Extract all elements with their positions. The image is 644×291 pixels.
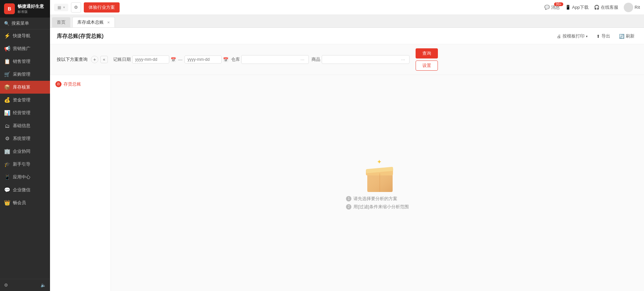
filter-label: 按以下方案查询 <box>57 56 88 63</box>
tab-inventory-ledger[interactable]: 库存成本总账 ✕ <box>72 17 115 27</box>
main-area: ▦ ▾ ⚙ 体验行业方案 💬 消息 99+ 📱 App下载 🎧 在线客服 Ri <box>50 0 644 291</box>
empty-tip-row-1: 1 请先选择要分析的方案 <box>346 196 408 202</box>
sidebar-item-label: 库存核算 <box>13 84 30 90</box>
sidebar-item-newbie[interactable]: 🎓 新手引导 <box>0 158 50 171</box>
tab-bar: 首页 库存成本总账 ✕ <box>50 15 644 28</box>
user-name: Rit <box>635 5 640 10</box>
sidebar-logo: B 畅捷通好生意 标准版 <box>0 0 50 18</box>
sidebar-item-vip[interactable]: 👑 畅会员 <box>0 196 50 209</box>
sidebar-item-purchase[interactable]: 🛒 采购管理 <box>0 68 50 81</box>
refresh-button[interactable]: 🔄 刷新 <box>616 32 637 41</box>
query-button[interactable]: 查询 <box>416 48 438 58</box>
inventory-icon: 📦 <box>4 84 10 90</box>
tab-inventory-ledger-label: 库存成本总账 <box>77 19 104 25</box>
breadcrumb[interactable]: ▦ ▾ <box>54 4 68 11</box>
svg-text:✦: ✦ <box>376 159 381 165</box>
export-label: 导出 <box>601 33 610 39</box>
date-label: 记账日期 <box>113 56 131 63</box>
date-start-input[interactable] <box>132 55 169 64</box>
empty-illustration: ✦ <box>361 156 394 190</box>
scheme-item-inventory-ledger[interactable]: 存 存货总账 <box>50 78 110 90</box>
app-download-label: App下载 <box>572 4 589 10</box>
sidebar-item-label: 应用中心 <box>13 174 30 180</box>
page-title: 库存总账(存货总账) <box>57 33 104 40</box>
topbar-settings-button[interactable]: ⚙ <box>71 2 81 13</box>
topbar: ▦ ▾ ⚙ 体验行业方案 💬 消息 99+ 📱 App下载 🎧 在线客服 Ri <box>50 0 644 15</box>
sidebar-item-label: 销售管理 <box>13 58 30 65</box>
print-dropdown-icon: ▾ <box>586 34 588 38</box>
empty-state: ✦ 1 <box>346 156 408 210</box>
sidebar-item-label: 采购管理 <box>13 71 30 77</box>
sidebar-item-system[interactable]: ⚙ 系统管理 <box>0 132 50 145</box>
basic-icon: 🗂 <box>4 123 10 129</box>
right-content: ✦ 1 <box>111 75 644 291</box>
filter-row: 记账日期 📅 — 📅 仓库 ··· <box>113 48 637 71</box>
search-icon: 🔍 <box>4 21 9 26</box>
sidebar-item-label: 企业微信 <box>13 187 30 193</box>
calendar-end-icon[interactable]: 📅 <box>223 57 228 62</box>
print-template-button[interactable]: 🖨 按模板打印 ▾ <box>554 32 590 41</box>
sidebar-item-wechat[interactable]: 💬 企业微信 <box>0 184 50 196</box>
sidebar-item-enterprise[interactable]: 🏢 企业协同 <box>0 145 50 158</box>
empty-tip-row-2: 2 用[过滤]条件来缩小分析范围 <box>346 204 408 210</box>
message-button[interactable]: 💬 消息 99+ <box>544 4 560 10</box>
operation-icon: 📊 <box>4 110 10 116</box>
tip-text-1: 请先选择要分析的方案 <box>353 196 397 202</box>
sidebar-item-marketing[interactable]: 📢 营销推广 <box>0 42 50 55</box>
avatar <box>624 3 633 12</box>
finance-icon: 💰 <box>4 97 10 103</box>
sidebar-item-label: 营销推广 <box>13 46 30 52</box>
online-service-button[interactable]: 🎧 在线客服 <box>594 4 618 10</box>
filter-collapse-button[interactable]: « <box>100 56 108 63</box>
goods-label: 商品 <box>312 56 320 63</box>
sidebar-item-label: 经营管理 <box>13 110 30 116</box>
logo-main-text: 畅捷通好生意 <box>18 3 44 9</box>
logo-text: 畅捷通好生意 标准版 <box>18 3 44 14</box>
tip-number-2: 2 <box>346 204 351 210</box>
sidebar-item-finance[interactable]: 💰 资金管理 <box>0 94 50 106</box>
tab-close-button[interactable]: ✕ <box>107 21 110 24</box>
sidebar-settings-icon[interactable]: ⚙ <box>4 283 8 288</box>
export-icon: ⬆ <box>596 34 600 39</box>
goods-filter-field: 商品 ··· <box>312 55 410 64</box>
sidebar-item-label: 基础信息 <box>13 123 30 129</box>
breadcrumb-text: ▦ <box>57 5 61 10</box>
calendar-start-icon[interactable]: 📅 <box>171 57 176 62</box>
app-center-icon: 📱 <box>4 174 10 180</box>
sidebar-audio-icon[interactable]: 🔈 <box>41 283 46 288</box>
export-button[interactable]: ⬆ 导出 <box>594 32 613 41</box>
sidebar-item-label: 快捷导航 <box>13 33 30 39</box>
goods-input[interactable]: ··· <box>322 55 410 64</box>
sidebar-item-basic[interactable]: 🗂 基础信息 <box>0 119 50 132</box>
warehouse-input[interactable]: ··· <box>241 55 309 64</box>
scheme-item-label: 存货总账 <box>64 81 81 87</box>
sidebar-search[interactable]: 🔍 搜索菜单 <box>0 18 50 29</box>
user-area[interactable]: Rit <box>624 3 640 12</box>
newbie-icon: 🎓 <box>4 161 10 167</box>
scheme-icon: 存 <box>55 81 61 87</box>
app-download-button[interactable]: 📱 App下载 <box>565 4 589 10</box>
tab-home[interactable]: 首页 <box>52 17 70 27</box>
sidebar-item-inventory[interactable]: 📦 库存核算 <box>0 81 50 94</box>
sidebar-item-operation[interactable]: 📊 经营管理 <box>0 106 50 119</box>
empty-svg: ✦ <box>361 156 401 194</box>
date-range-input: 📅 — 📅 <box>132 55 228 64</box>
warehouse-filter-field: 仓库 ··· <box>231 55 309 64</box>
sidebar-item-sales[interactable]: 📋 销售管理 <box>0 55 50 68</box>
sidebar-item-label: 新手引导 <box>13 161 30 167</box>
industry-solution-button[interactable]: 体验行业方案 <box>84 2 120 13</box>
filter-add-button[interactable]: + <box>91 56 98 63</box>
panel-container: 存 存货总账 <box>50 75 644 291</box>
page-actions: 🖨 按模板打印 ▾ ⬆ 导出 🔄 刷新 <box>554 32 637 41</box>
warehouse-more-icon[interactable]: ··· <box>299 57 306 62</box>
breadcrumb-chevron: ▾ <box>63 5 65 9</box>
purchase-icon: 🛒 <box>4 71 10 77</box>
date-end-input[interactable] <box>184 55 222 64</box>
sidebar-item-app-center[interactable]: 📱 应用中心 <box>0 171 50 184</box>
print-template-label: 按模板打印 <box>563 33 585 39</box>
sidebar-item-quick-nav[interactable]: ⚡ 快捷导航 <box>0 29 50 42</box>
sidebar-nav: ⚡ 快捷导航 📢 营销推广 📋 销售管理 🛒 采购管理 📦 库存核算 💰 资金管… <box>0 29 50 279</box>
goods-more-icon[interactable]: ··· <box>400 57 406 62</box>
tab-home-label: 首页 <box>57 19 66 25</box>
settings-button[interactable]: 设置 <box>416 60 438 71</box>
